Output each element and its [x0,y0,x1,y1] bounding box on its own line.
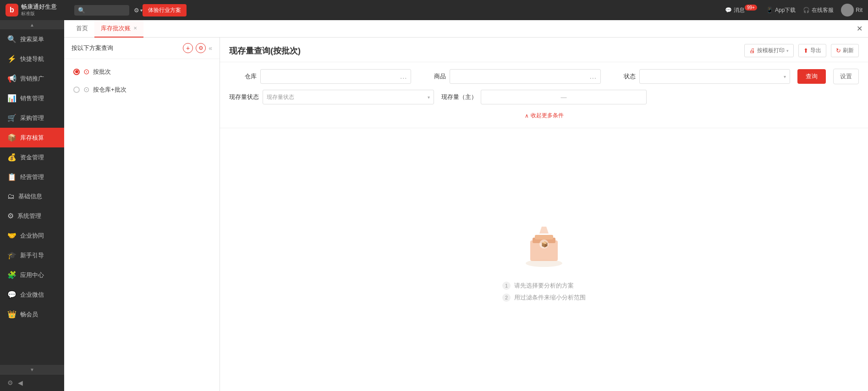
purchase-icon: 🛒 [7,114,16,122]
main-layout: ▲ 🔍 搜索菜单 ⚡ 快捷导航 📢 营销推广 📊 销售管理 🛒 采购管理 [0,20,868,391]
experience-button[interactable]: 体验行业方案 [143,4,187,16]
empty-state: 📦 1 请先选择要分析的方案 2 用过滤条件来缩小分析范围 [220,128,868,391]
product-input-wrap[interactable]: … [450,69,600,84]
inventory-status-placeholder: 现存量状态 [267,93,428,101]
plan-label-batch: 按批次 [93,68,111,76]
sidebar-item-inventory[interactable]: 📦 库存核算 [0,128,64,147]
add-plan-button[interactable]: + [183,43,193,53]
export-button[interactable]: ⬆ 导出 [798,44,826,57]
inventory-status-chevron-icon: ▾ [428,95,430,100]
sidebar-item-collab[interactable]: 🤝 企业协同 [0,226,64,245]
inventory-qty-to[interactable] [571,94,643,100]
left-panel: 按以下方案查询 + ⚙ « ⊙ 按批次 ⊙ [64,38,220,391]
inventory-icon: 📦 [7,133,16,142]
sidebar-item-marketing[interactable]: 📢 营销推广 [0,69,64,88]
page-header-actions: 🖨 按模板打印 ▾ ⬆ 导出 ↻ 刷新 [744,44,859,57]
sidebar-item-system[interactable]: ⚙ 系统管理 [0,206,64,226]
query-button[interactable]: 查询 [797,69,826,84]
search-input[interactable] [88,7,125,13]
tab-close-icon[interactable]: ✕ [133,26,137,31]
search-bar[interactable]: 🔍 [74,5,129,16]
print-icon: 🖨 [749,47,755,54]
plan-settings-button[interactable]: ⚙ [196,43,206,53]
left-panel-title: 按以下方案查询 [71,44,113,52]
sales-icon: 📊 [7,94,16,103]
phone-icon: 📱 [766,7,773,13]
product-dots[interactable]: … [589,72,597,81]
sidebar-item-basic[interactable]: 🗂 基础信息 [0,187,64,206]
filter-row-1: 仓库 … 商品 … [229,69,859,84]
top-header: b 畅康通好生意 标准版 🔍 ⚙ ▾ 体验行业方案 💬 消息 99+ 📱 App… [0,0,868,20]
inventory-qty-range[interactable]: — [481,90,646,104]
print-template-button[interactable]: 🖨 按模板打印 ▾ [744,44,794,57]
tab-bar-close-button[interactable]: ✕ [857,24,863,33]
sidebar-label-member: 畅会员 [20,310,38,319]
sidebar-scroll-top[interactable]: ▲ [0,20,64,29]
app-download-action[interactable]: 📱 App下载 [766,6,796,14]
left-panel-actions: + ⚙ « [183,43,212,53]
tip-num-1: 1 [502,282,511,290]
sidebar-label-basic: 基础信息 [18,192,42,201]
refresh-button[interactable]: ↻ 刷新 [831,44,859,57]
sidebar-item-wechat[interactable]: 💬 企业微信 [0,285,64,304]
inventory-status-select[interactable]: 现存量状态 ▾ [263,90,434,104]
user-area[interactable]: Rit [841,4,863,16]
product-input[interactable] [454,73,587,80]
operation-icon: 📋 [7,173,16,181]
filter-item-status: 状态 ▾ [608,69,790,84]
status-label: 状态 [608,72,636,81]
empty-illustration: 📦 [516,217,571,272]
product-label: 商品 [418,72,446,81]
sidebar-item-purchase[interactable]: 🛒 采购管理 [0,108,64,128]
tab-home[interactable]: 首页 [70,20,94,38]
panel-collapse-button[interactable]: « [209,44,212,52]
warehouse-input[interactable] [264,73,398,80]
sidebar-item-newbie[interactable]: 🎓 新手引导 [0,245,64,265]
plan-item-batch[interactable]: ⊙ 按批次 [64,63,220,81]
print-chevron-icon: ▾ [786,49,789,53]
shortcut-icon: ⚡ [7,54,16,63]
user-name: Rit [856,7,863,13]
collapse-more-button[interactable]: ∧ 收起更多条件 [229,110,859,121]
logo-text-area: 畅康通好生意 标准版 [21,3,57,17]
export-icon: ⬆ [803,47,808,54]
sidebar-item-sales[interactable]: 📊 销售管理 [0,88,64,108]
warehouse-input-wrap[interactable]: … [260,69,411,84]
logo-area: b 畅康通好生意 标准版 [5,3,70,17]
filter-item-inventory-status: 现存量状态 现存量状态 ▾ [229,90,434,104]
sidebar-item-search[interactable]: 🔍 搜索菜单 [0,29,64,49]
messages-action[interactable]: 💬 消息 99+ [725,6,759,14]
sidebar-item-operation[interactable]: 📋 经营管理 [0,167,64,187]
sidebar-item-finance[interactable]: 💰 资金管理 [0,147,64,167]
messages-icon: 💬 [725,7,732,13]
status-select-wrap[interactable]: ▾ [639,69,790,84]
page-title: 现存量查询(按批次) [229,45,301,56]
warehouse-dots[interactable]: … [400,72,407,81]
settings-button[interactable]: 设置 [833,69,859,84]
user-avatar [841,4,854,16]
messages-badge: 99+ [745,5,757,11]
settings-icon-header[interactable]: ⚙ [134,7,139,14]
sidebar-label-shortcut: 快捷导航 [20,55,44,63]
export-label: 导出 [810,47,821,54]
sidebar-label-search: 搜索菜单 [20,35,44,43]
plan-item-warehouse-batch[interactable]: ⊙ 按仓库+批次 [64,81,220,98]
filter-item-warehouse: 仓库 … [229,69,411,84]
tab-bar: 首页 库存批次账 ✕ ✕ [64,20,868,38]
tab-inventory-batch[interactable]: 库存批次账 ✕ [94,20,143,38]
sidebar-scroll-bottom[interactable]: ▼ [0,365,64,374]
sidebar-label-system: 系统管理 [17,212,41,220]
app-name: 畅康通好生意 [21,3,57,11]
inventory-qty-from[interactable] [485,94,557,100]
apps-icon: 🧩 [7,271,16,279]
sidebar-settings-icon[interactable]: ⚙ [7,379,13,386]
sidebar-bottom: ⚙ ◀ [0,374,64,391]
sidebar-item-shortcut[interactable]: ⚡ 快捷导航 [0,49,64,69]
sidebar-item-member[interactable]: 👑 畅会员 [0,304,64,324]
tab-inventory-batch-label: 库存批次账 [101,24,131,33]
online-service-action[interactable]: 🎧 在线客服 [803,6,834,14]
sidebar-collapse-icon[interactable]: ◀ [18,379,23,386]
refresh-icon: ↻ [836,47,841,54]
status-chevron-icon: ▾ [784,74,786,79]
sidebar-item-apps[interactable]: 🧩 应用中心 [0,265,64,285]
